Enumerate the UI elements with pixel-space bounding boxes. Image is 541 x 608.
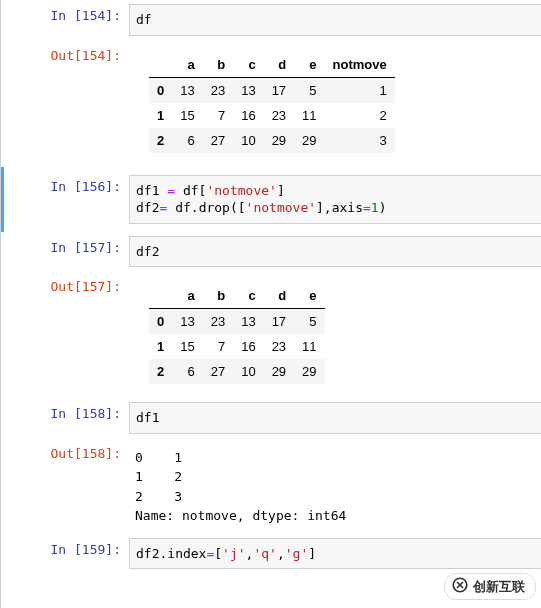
code-text: df2.index — [136, 546, 206, 561]
code-string: 'j' — [222, 546, 245, 561]
cell: 13 — [233, 309, 263, 335]
col-header: c — [233, 283, 263, 309]
code-input[interactable]: df1 = df['notmove'] df2= df.drop(['notmo… — [129, 175, 541, 224]
table-row: 1 15 7 16 23 11 2 — [149, 103, 395, 128]
code-text: ] — [277, 183, 285, 198]
cell: 11 — [294, 103, 324, 128]
row-index: 1 — [149, 103, 172, 128]
in-prompt: In [159]: — [1, 538, 129, 563]
cell: 2 — [325, 103, 395, 128]
cell: 29 — [264, 359, 294, 384]
cell-157-output: Out[157]: a b c d e 0 13 23 13 17 5 — [1, 271, 541, 398]
cell: 10 — [233, 359, 263, 384]
in-prompt: In [156]: — [1, 175, 129, 200]
code-fn: drop — [199, 200, 230, 215]
cell: 29 — [264, 128, 294, 153]
code-string: 'notmove' — [206, 183, 276, 198]
output-area: 0 1 1 2 2 3 Name: notmove, dtype: int64 — [129, 442, 541, 530]
out-prompt: Out[154]: — [1, 44, 129, 69]
col-header: b — [203, 283, 233, 309]
code-string: 'q' — [253, 546, 276, 561]
cell: 7 — [203, 103, 233, 128]
code-text: df[ — [175, 183, 206, 198]
code-text: df — [136, 12, 152, 27]
cell-158-input: In [158]: df1 — [1, 398, 541, 438]
in-prompt: In [158]: — [1, 402, 129, 427]
cell-157-input: In [157]: df2 — [1, 232, 541, 272]
cell: 23 — [203, 77, 233, 103]
code-input[interactable]: df — [129, 4, 541, 36]
cell: 29 — [294, 359, 324, 384]
out-prompt: Out[157]: — [1, 275, 129, 300]
col-header: e — [294, 52, 324, 78]
in-prompt: In [154]: — [1, 4, 129, 29]
table-header-row: a b c d e — [149, 283, 325, 309]
cell: 27 — [203, 359, 233, 384]
code-string: 'notmove' — [246, 200, 316, 215]
code-punct: ([ — [230, 200, 246, 215]
text-output: 0 1 1 2 2 3 Name: notmove, dtype: int64 — [135, 446, 536, 526]
cell: 16 — [233, 334, 263, 359]
cell: 1 — [325, 77, 395, 103]
code-input[interactable]: df2 — [129, 236, 541, 268]
code-input[interactable]: df2.index=['j','q','g'] — [129, 538, 541, 570]
table-row: 2 6 27 10 29 29 3 — [149, 128, 395, 153]
col-header: d — [264, 52, 294, 78]
in-prompt: In [157]: — [1, 236, 129, 261]
code-text: df2 — [136, 200, 159, 215]
code-punct: ],axis — [316, 200, 363, 215]
table-row: 0 13 23 13 17 5 — [149, 309, 325, 335]
cell: 6 — [172, 128, 202, 153]
code-punct: ) — [379, 200, 387, 215]
code-input[interactable]: df1 — [129, 402, 541, 434]
table-row: 1 15 7 16 23 11 — [149, 334, 325, 359]
row-index: 0 — [149, 309, 172, 335]
code-text: df1 — [136, 183, 167, 198]
cell: 10 — [233, 128, 263, 153]
watermark: 创新互联 — [444, 573, 536, 600]
cell-154-input: In [154]: df — [1, 0, 541, 40]
dataframe-table: a b c d e 0 13 23 13 17 5 1 15 7 — [149, 283, 325, 384]
cell: 5 — [294, 309, 324, 335]
code-number: 1 — [371, 200, 379, 215]
code-punct: , — [277, 546, 285, 561]
cell: 29 — [294, 128, 324, 153]
col-header: d — [264, 283, 294, 309]
row-index: 2 — [149, 359, 172, 384]
cell: 23 — [264, 334, 294, 359]
row-index: 2 — [149, 128, 172, 153]
cell: 3 — [325, 128, 395, 153]
cell: 15 — [172, 334, 202, 359]
table-row: 0 13 23 13 17 5 1 — [149, 77, 395, 103]
code-op: = — [167, 183, 175, 198]
cell-158-output: Out[158]: 0 1 1 2 2 3 Name: notmove, dty… — [1, 438, 541, 534]
col-header: a — [172, 283, 202, 309]
cell: 17 — [264, 309, 294, 335]
code-text: df. — [167, 200, 198, 215]
row-index: 0 — [149, 77, 172, 103]
cell: 11 — [294, 334, 324, 359]
cell: 6 — [172, 359, 202, 384]
cell: 15 — [172, 103, 202, 128]
cell-156-input: In [156]: df1 = df['notmove'] df2= df.dr… — [1, 167, 541, 232]
cell: 16 — [233, 103, 263, 128]
row-index: 1 — [149, 334, 172, 359]
cell-154-output: Out[154]: a b c d e notmove 0 13 23 13 1… — [1, 40, 541, 167]
code-string: 'g' — [285, 546, 308, 561]
code-punct: [ — [214, 546, 222, 561]
cell: 23 — [203, 309, 233, 335]
table-row: 2 6 27 10 29 29 — [149, 359, 325, 384]
output-area: a b c d e 0 13 23 13 17 5 1 15 7 — [129, 275, 541, 394]
col-header: c — [233, 52, 263, 78]
code-text: df2 — [136, 244, 159, 259]
col-header: a — [172, 52, 202, 78]
cell: 5 — [294, 77, 324, 103]
table-header-row: a b c d e notmove — [149, 52, 395, 78]
col-header: e — [294, 283, 324, 309]
cell: 7 — [203, 334, 233, 359]
cell: 27 — [203, 128, 233, 153]
code-punct: ] — [308, 546, 316, 561]
watermark-text: 创新互联 — [473, 578, 525, 596]
col-header: b — [203, 52, 233, 78]
cell-159-input: In [159]: df2.index=['j','q','g'] — [1, 534, 541, 574]
